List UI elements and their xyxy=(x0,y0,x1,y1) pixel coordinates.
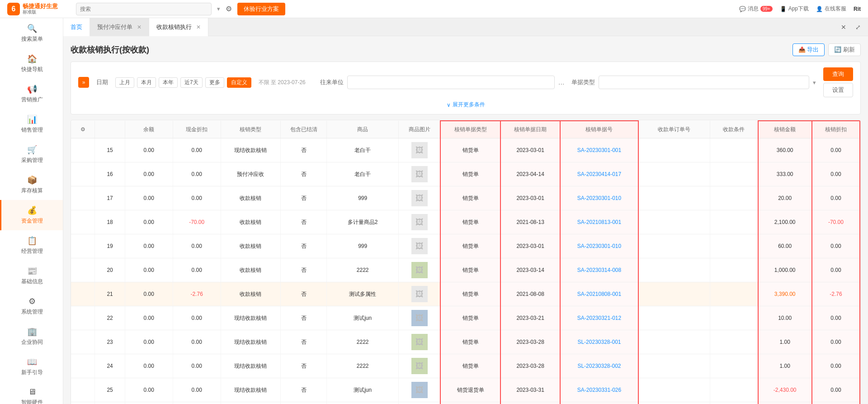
sidebar-item-sales[interactable]: 📊 销售管理 xyxy=(0,109,63,139)
query-button[interactable]: 查询 xyxy=(823,67,853,81)
expand-more-button[interactable]: ∨ 展开更多条件 xyxy=(447,101,485,109)
row-goods-img: 🖼 xyxy=(399,210,441,234)
search-menu-icon: 🔍 xyxy=(27,24,37,33)
row-bill-date: 2023-03-01 xyxy=(500,138,560,162)
row-bill-type: 销货单 xyxy=(440,402,500,404)
row-bill-no: SA-20210813-001 xyxy=(560,210,638,234)
row-included: 否 xyxy=(281,234,327,258)
bill-no-link[interactable]: SA-20210813-001 xyxy=(577,219,621,225)
sidebar-item-inventory[interactable]: 📦 库存核算 xyxy=(0,170,63,200)
row-settings xyxy=(71,138,95,162)
main-layout: 🔍 搜索菜单 🏠 快捷导航 📢 营销推广 📊 销售管理 🛒 采购管理 📦 库存核… xyxy=(0,18,868,404)
row-bill-no: SA-20230414-017 xyxy=(560,162,638,186)
row-writeoff-amount: 1,000.00 xyxy=(758,258,812,282)
row-writeoff-discount: 0.00 xyxy=(812,402,860,404)
row-receipt-order-no xyxy=(638,162,710,186)
row-receipt-order-no xyxy=(638,330,710,354)
sidebar-item-guide[interactable]: 📖 新手引导 xyxy=(0,352,63,382)
bill-no-link[interactable]: SA-20230301-010 xyxy=(577,243,621,249)
date-last-month-button[interactable]: 上月 xyxy=(115,77,134,88)
row-cash-discount: 0.00 xyxy=(173,186,221,210)
dropdown-icon[interactable]: ▾ xyxy=(217,5,220,12)
row-writeoff-discount: -70.00 xyxy=(812,210,860,234)
th-writeoff-discount: 核销折扣 xyxy=(812,121,860,138)
goods-image-placeholder: 🖼 xyxy=(411,334,428,350)
date-more-button[interactable]: 更多 xyxy=(205,77,224,88)
top-search-input[interactable] xyxy=(76,3,212,15)
sidebar-item-hardware[interactable]: 🖥 智能硬件 xyxy=(0,382,63,404)
filter-expand-button[interactable]: » xyxy=(78,77,89,88)
row-bill-no: ABC-001 xyxy=(560,402,638,404)
messages-area[interactable]: 💬 消息 99+ xyxy=(739,5,773,13)
bill-no-link[interactable]: SL-20230328-001 xyxy=(577,339,621,345)
source-unit-dots[interactable]: ... xyxy=(558,78,564,86)
app-name: 畅捷通好生意 xyxy=(23,3,58,10)
bill-no-link[interactable]: SA-20230321-012 xyxy=(577,315,621,321)
tab-receipt-writeoff[interactable]: 收款核销执行 ✕ xyxy=(149,18,208,36)
settings-button[interactable]: 设置 xyxy=(823,83,853,97)
source-unit-input[interactable] xyxy=(347,76,555,89)
bill-no-link[interactable]: SA-20210808-001 xyxy=(577,291,621,297)
row-balance: 0.00 xyxy=(125,162,173,186)
sidebar-item-hardware-label: 智能硬件 xyxy=(21,399,43,404)
table-row: 240.000.00现结收款核销否2222🖼销货单2023-03-28SL-20… xyxy=(71,354,860,378)
date-custom-button[interactable]: 自定义 xyxy=(227,77,251,88)
row-writeoff-discount: 0.00 xyxy=(812,378,860,402)
sidebar-item-basic-info[interactable]: 📰 基础信息 xyxy=(0,261,63,291)
date-this-year-button[interactable]: 本年 xyxy=(159,77,178,88)
tab-restore-button[interactable]: ⤢ xyxy=(852,21,864,33)
row-settings xyxy=(71,282,95,306)
receipt-type-input[interactable] xyxy=(599,76,809,89)
row-settings xyxy=(71,186,95,210)
th-settings[interactable]: ⚙ xyxy=(71,121,95,138)
row-writeoff-amount: -2,430.00 xyxy=(758,378,812,402)
top-bar-actions: 💬 消息 99+ 📱 App下载 👤 在线客服 Rit xyxy=(739,5,861,13)
row-settings xyxy=(71,306,95,330)
date-7days-button[interactable]: 近7天 xyxy=(180,77,203,88)
th-balance: 余额 xyxy=(125,121,173,138)
sidebar-item-finance[interactable]: 💰 资金管理 xyxy=(0,200,63,230)
filter-date-options: 上月 本月 本年 近7天 更多 自定义 xyxy=(115,77,251,88)
receipt-type-dropdown-icon[interactable]: ▾ xyxy=(813,79,816,86)
sidebar-item-operations[interactable]: 📋 经营管理 xyxy=(0,230,63,261)
tab-receipt-writeoff-close[interactable]: ✕ xyxy=(196,24,201,30)
table-row: 180.00-70.00收款核销否多计量商品2🖼销货单2021-08-13SA-… xyxy=(71,210,860,234)
tab-close-all-button[interactable]: ✕ xyxy=(837,21,850,33)
row-bill-type: 销货单 xyxy=(440,258,500,282)
bill-no-link[interactable]: SA-20230314-008 xyxy=(577,267,621,273)
date-this-month-button[interactable]: 本月 xyxy=(137,77,156,88)
table-header-row: ⚙ 余额 现金折扣 核销类型 包含已结清 商品 商品图片 核销单据类型 核销单据… xyxy=(71,121,860,138)
app-download[interactable]: 📱 App下载 xyxy=(780,5,809,13)
tab-bar-actions: ✕ ⤢ xyxy=(834,21,868,33)
table-row: 190.000.00收款核销否999🖼销货单2023-03-01SA-20230… xyxy=(71,234,860,258)
bill-no-link[interactable]: SL-20230328-002 xyxy=(577,363,621,369)
sidebar-item-purchase[interactable]: 🛒 采购管理 xyxy=(0,139,63,170)
bill-no-link[interactable]: SA-20230301-001 xyxy=(577,147,621,153)
sidebar-item-system[interactable]: ⚙ 系统管理 xyxy=(0,291,63,321)
th-writeoff-amount: 核销金额 xyxy=(758,121,812,138)
tab-prepay-close[interactable]: ✕ xyxy=(137,24,142,30)
sidebar-item-enterprise[interactable]: 🏢 企业协同 xyxy=(0,321,63,352)
row-writeoff-type: 现结收款核销 xyxy=(221,306,280,330)
tab-prepay[interactable]: 预付冲应付单 ✕ xyxy=(90,18,149,36)
row-bill-type: 销货退货单 xyxy=(440,378,500,402)
export-button[interactable]: 📤 导出 xyxy=(793,43,825,56)
refresh-button[interactable]: 🔄 刷新 xyxy=(828,43,861,56)
row-receipt-condition xyxy=(710,138,758,162)
bill-no-link[interactable]: SA-20230331-026 xyxy=(577,387,621,393)
row-num: 15 xyxy=(95,138,125,162)
bill-no-link[interactable]: SA-20230301-010 xyxy=(577,195,621,201)
sidebar-item-quick-nav[interactable]: 🏠 快捷导航 xyxy=(0,48,63,79)
solution-button[interactable]: 休验行业方案 xyxy=(237,3,285,15)
row-balance: 0.00 xyxy=(125,282,173,306)
row-settings xyxy=(71,330,95,354)
sidebar-item-marketing[interactable]: 📢 营销推广 xyxy=(0,79,63,109)
bill-no-link[interactable]: SA-20230414-017 xyxy=(577,171,621,177)
online-support[interactable]: 👤 在线客服 xyxy=(816,5,846,13)
row-bill-type: 销货单 xyxy=(440,330,500,354)
settings-icon[interactable]: ⚙ xyxy=(226,5,232,13)
table-row: 150.000.00现结收款核销否老白干🖼销货单2023-03-01SA-202… xyxy=(71,138,860,162)
tab-home[interactable]: 首页 xyxy=(63,18,90,36)
row-num: 20 xyxy=(95,258,125,282)
sidebar-item-search[interactable]: 🔍 搜索菜单 xyxy=(0,18,63,48)
